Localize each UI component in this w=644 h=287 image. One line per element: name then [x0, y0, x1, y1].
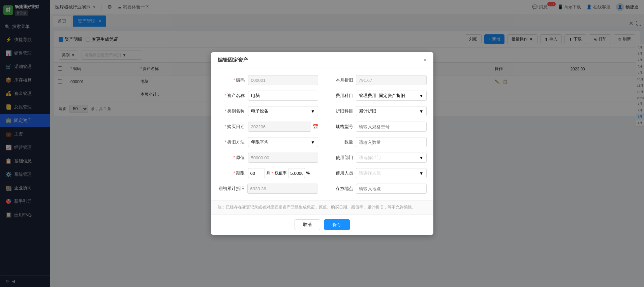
period-group: 月 * 残值率 %: [248, 168, 318, 178]
form-row-code: 编码: [218, 75, 318, 85]
depr-method-label: 折旧方法: [218, 139, 245, 145]
form-row-storage-location: 存放地点: [326, 184, 427, 194]
form-row-dept: 使用部门 请选择部门 ▼: [326, 153, 427, 163]
depr-subject-select[interactable]: 累计折旧 ▼: [356, 106, 427, 116]
dept-chevron-icon: ▼: [419, 155, 424, 160]
dialog-header: 编辑固定资产 ×: [211, 52, 433, 68]
form-row-spec-model: 规格型号: [326, 122, 427, 132]
dept-label: 使用部门: [326, 155, 353, 161]
category-label: 类别名称: [218, 108, 245, 114]
name-label: 资产名称: [218, 93, 245, 99]
form-row-original-value: 原值: [218, 153, 318, 163]
form-row-quantity: 数量: [326, 137, 427, 147]
code-input[interactable]: [248, 75, 318, 85]
original-value-label: 原值: [218, 155, 245, 161]
dialog-footer: 取消 保存: [211, 214, 433, 235]
depr-subject-value: 累计折旧: [359, 108, 376, 114]
expense-subject-value: 管理费用_固定资产折旧: [359, 93, 405, 99]
note-text: 注：已经存在变更记录或者对应固定资产已经生成凭证，原值、购买日期、残值率、累计折…: [218, 205, 416, 210]
residual-rate-unit: %: [306, 171, 310, 176]
form-row-category: 类别名称 电子设备 ▼: [218, 106, 318, 116]
purchase-date-group: 📅: [248, 122, 318, 132]
period-label: 期限: [218, 170, 245, 176]
form-row-depr-method: 折旧方法 年限平均 ▼: [218, 137, 318, 147]
storage-location-input[interactable]: [356, 184, 427, 194]
dialog-title: 编辑固定资产: [218, 57, 248, 63]
initial-accu-depr-label: 期初累计折旧: [218, 186, 245, 192]
this-month-depr-label: 本月折旧: [326, 77, 353, 83]
depr-subject-label: 折旧科目: [326, 108, 353, 114]
depr-method-value: 年限平均: [251, 139, 269, 145]
form-row-period: 期限 月 * 残值率 %: [218, 168, 318, 178]
residual-rate-input: [288, 168, 305, 178]
category-value: 电子设备: [251, 108, 269, 114]
depr-subject-chevron-icon: ▼: [419, 109, 424, 114]
calendar-icon[interactable]: 📅: [312, 124, 318, 129]
form-row-purchase-date: 购买日期 📅: [218, 122, 318, 132]
category-chevron-icon: ▼: [311, 109, 315, 114]
code-label: 编码: [218, 77, 245, 83]
form-row-depr-subject: 折旧科目 累计折旧 ▼: [326, 106, 427, 116]
spec-model-input[interactable]: [356, 122, 427, 132]
spec-model-label: 规格型号: [326, 124, 353, 130]
depr-method-chevron-icon: ▼: [311, 140, 315, 145]
depr-method-select[interactable]: 年限平均 ▼: [248, 137, 318, 147]
form-row-this-month-depr: 本月折旧: [326, 75, 427, 85]
name-input[interactable]: [248, 91, 318, 101]
save-button[interactable]: 保存: [324, 219, 350, 230]
user-select[interactable]: 请选择人员 ▼: [356, 168, 427, 178]
dept-placeholder: 请选择部门: [359, 155, 381, 161]
initial-accu-depr-input: [247, 184, 318, 194]
expense-subject-select[interactable]: 管理费用_固定资产折旧 ▼: [356, 91, 427, 101]
form-row-initial-accu-depr: 期初累计折旧: [218, 184, 318, 194]
user-placeholder: 请选择人员: [359, 170, 381, 176]
quantity-input[interactable]: [356, 137, 427, 147]
purchase-date-input: [248, 122, 311, 132]
dialog-close-btn[interactable]: ×: [423, 57, 426, 63]
residual-rate-label: 残值率: [275, 170, 287, 176]
period-unit: 月: [266, 170, 270, 176]
expense-subject-chevron-icon: ▼: [419, 93, 424, 98]
user-label: 使用人员: [326, 170, 353, 176]
dept-select[interactable]: 请选择部门 ▼: [356, 153, 427, 163]
user-chevron-icon: ▼: [419, 171, 424, 176]
purchase-date-label: 购买日期: [218, 124, 245, 130]
form-row-name: 资产名称: [218, 91, 318, 101]
this-month-depr-input: [356, 75, 427, 85]
expense-subject-label: 费用科目: [326, 93, 353, 99]
form-row-user: 使用人员 请选择人员 ▼: [326, 168, 427, 178]
dialog-overlay: 编辑固定资产 × 编码 本月折旧 资产名称: [0, 0, 644, 287]
dialog-body: 编码 本月折旧 资产名称 费用科目 管理费用_固定资产折旧: [211, 68, 433, 200]
dialog-note: 注：已经存在变更记录或者对应固定资产已经生成凭证，原值、购买日期、残值率、累计折…: [211, 200, 433, 214]
category-select[interactable]: 电子设备 ▼: [248, 106, 318, 116]
original-value-input: [248, 153, 318, 163]
cancel-button[interactable]: 取消: [295, 219, 320, 230]
period-input: [248, 168, 265, 178]
storage-location-label: 存放地点: [326, 186, 353, 192]
form-row-expense-subject: 费用科目 管理费用_固定资产折旧 ▼: [326, 91, 427, 101]
quantity-label: 数量: [326, 139, 353, 145]
residual-rate-required: *: [272, 171, 273, 176]
edit-asset-dialog: 编辑固定资产 × 编码 本月折旧 资产名称: [211, 52, 433, 234]
